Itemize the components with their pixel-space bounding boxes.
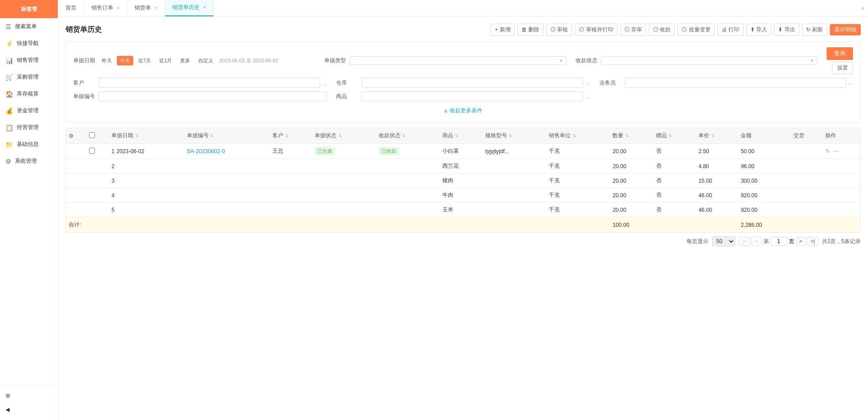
cell-quantity: 20.00: [610, 188, 653, 203]
abandon-button[interactable]: ◎ 弃审: [620, 24, 646, 36]
close-all-tabs-btn[interactable]: ×: [862, 5, 864, 11]
edit-icon[interactable]: ✎: [825, 148, 830, 155]
page-word: 第: [763, 238, 769, 245]
tab-home[interactable]: 首页: [58, 0, 84, 16]
per-page-select[interactable]: 50 10 20 100: [712, 236, 735, 246]
doc-type-select[interactable]: ▼: [350, 56, 566, 65]
sort-goods-icon[interactable]: ⇅: [455, 133, 458, 138]
customer-ellipsis-btn[interactable]: ...: [323, 80, 327, 85]
sort-customer-icon[interactable]: ⇅: [285, 133, 289, 138]
date-label: 单据日期: [73, 57, 96, 65]
sort-collect-status-icon[interactable]: ⇅: [402, 133, 406, 138]
date-btn-7days[interactable]: 近7天: [135, 56, 154, 65]
staff-input[interactable]: [625, 78, 846, 88]
sidebar-settings-btn[interactable]: ⚙: [0, 389, 58, 403]
print-button[interactable]: 🖨 打印: [717, 24, 743, 36]
sidebar-collapse-btn[interactable]: ◀: [0, 403, 58, 416]
tab-close-sales-goods[interactable]: ×: [155, 5, 157, 10]
tab-close-sales-history[interactable]: ×: [203, 5, 206, 10]
more-icon[interactable]: ⋯: [833, 148, 839, 155]
cell-quantity: 20.00: [610, 174, 653, 188]
prev-page-btn[interactable]: <: [752, 237, 761, 246]
sort-gift-icon[interactable]: ⇅: [668, 133, 672, 138]
cell-collect-status: [376, 159, 440, 174]
export-button[interactable]: ⬇ 导出: [774, 24, 799, 36]
col-quantity: 数量 ⇅: [610, 128, 653, 144]
date-btn-more[interactable]: 更多: [177, 56, 193, 65]
goods-ellipsis-btn[interactable]: ...: [586, 94, 590, 99]
inventory-icon: 🏠: [5, 90, 13, 98]
tab-sales-history[interactable]: 销货单历史 ×: [165, 0, 214, 16]
sidebar-item-operation-mgmt[interactable]: 📋 经营管理: [0, 119, 58, 136]
goods-input[interactable]: [361, 91, 583, 101]
cell-doc-no: [184, 203, 270, 217]
cell-amount: 96.00: [738, 159, 790, 174]
collect-status-select[interactable]: ▼: [601, 56, 818, 65]
sort-sales-unit-icon[interactable]: ⇅: [572, 133, 576, 138]
col-unit-price: 单价 ⇅: [696, 128, 738, 144]
date-range: 2023-06-02 至 2023-06-02: [219, 57, 278, 64]
tab-bar-end: ×: [862, 5, 868, 11]
batch-change-button[interactable]: ◎ 批量变更: [677, 24, 714, 36]
new-button[interactable]: + 新增: [491, 24, 514, 36]
sidebar-item-search-menu[interactable]: ☰ 搜索菜单: [0, 18, 58, 35]
goods-filter-group: 商品 ...: [336, 91, 590, 101]
table-row: 5 玉米 千克 20.00 否 46.00 920.00: [66, 203, 860, 217]
audit-print-button[interactable]: ◎ 审核并打印: [575, 24, 617, 36]
sort-unit-price-icon[interactable]: ⇅: [711, 133, 715, 138]
sidebar-item-sys-mgmt[interactable]: ⚙ 系统管理: [0, 153, 58, 170]
sort-doc-no-icon[interactable]: ⇅: [210, 133, 214, 138]
col-customer: 客户 ⇅: [270, 128, 312, 144]
last-page-btn[interactable]: >|: [808, 237, 818, 246]
collect-button[interactable]: ◎ 收款: [649, 24, 675, 36]
set-button[interactable]: 设置: [832, 62, 853, 74]
collapse-filter-btn[interactable]: ∧ 收起更多条件: [73, 105, 853, 116]
page-label: 页: [789, 238, 794, 245]
refresh-button[interactable]: ↻ 刷新: [802, 24, 827, 36]
query-button[interactable]: 查询: [827, 47, 853, 60]
cell-unit-price: 4.80: [696, 159, 738, 174]
sidebar-item-purchase-mgmt[interactable]: 🛒 采购管理: [0, 69, 58, 85]
delete-button[interactable]: 🗑 删除: [517, 24, 543, 36]
sort-spec-icon[interactable]: ⇅: [508, 133, 512, 138]
doc-no-input[interactable]: [99, 91, 327, 101]
summary-quantity: 100.00: [610, 217, 653, 233]
sidebar-item-inventory[interactable]: 🏠 库存核算: [0, 85, 58, 102]
tab-sales-goods[interactable]: 销货单 ×: [127, 0, 165, 16]
col-doc-status: 单据状态 ⇅: [312, 128, 376, 144]
sidebar-item-basic-info[interactable]: 📁 基础信息: [0, 136, 58, 153]
pagination-bar: 每页显示 50 10 20 100 |< < 第 页 > >| 共1页，5条记录: [65, 233, 861, 246]
cell-sales-unit: 千克: [546, 174, 610, 188]
show-detail-button[interactable]: 显示明细: [830, 24, 861, 35]
cell-goods: 牛肉: [440, 188, 482, 203]
date-btn-today[interactable]: 今天: [117, 56, 133, 65]
warehouse-input[interactable]: [361, 78, 583, 88]
sort-quantity-icon[interactable]: ⇅: [625, 133, 629, 138]
tab-close-sales-order[interactable]: ×: [117, 5, 120, 10]
sort-doc-date-icon[interactable]: ⇅: [135, 133, 139, 138]
warehouse-ellipsis-btn[interactable]: ...: [586, 80, 590, 85]
sidebar-item-sales-mgmt[interactable]: 📊 销售管理: [0, 52, 58, 69]
sidebar-item-fund-mgmt[interactable]: 💰 资金管理: [0, 102, 58, 119]
first-page-btn[interactable]: |<: [739, 237, 750, 246]
sidebar-item-label: 资金管理: [17, 107, 39, 115]
table-settings-icon[interactable]: ⚙: [69, 133, 74, 139]
date-btn-yesterday[interactable]: 昨天: [99, 56, 115, 65]
row-checkbox[interactable]: [89, 148, 95, 154]
date-btn-1month[interactable]: 近1月: [156, 56, 175, 65]
import-button[interactable]: ⬆ 导入: [746, 24, 771, 36]
staff-ellipsis-btn[interactable]: ...: [849, 80, 853, 85]
col-doc-no: 单据编号 ⇅: [184, 128, 270, 144]
col-settings[interactable]: ⚙: [66, 128, 86, 144]
sidebar-item-quick-nav[interactable]: ⚡ 快捷导航: [0, 35, 58, 52]
page-input[interactable]: [771, 237, 787, 246]
audit-button[interactable]: ◎ 审核: [546, 24, 572, 36]
date-btn-custom[interactable]: 自定义: [195, 56, 216, 65]
doc-no-link[interactable]: SA-20230602-0: [187, 148, 225, 155]
next-page-btn[interactable]: >: [796, 237, 806, 246]
customer-input[interactable]: [99, 78, 320, 88]
sort-doc-status-icon[interactable]: ⇅: [338, 133, 342, 138]
doc-no-filter-group: 单据编号: [73, 91, 327, 101]
tab-sales-order[interactable]: 销售订单 ×: [84, 0, 127, 16]
select-all-checkbox[interactable]: [89, 132, 95, 138]
